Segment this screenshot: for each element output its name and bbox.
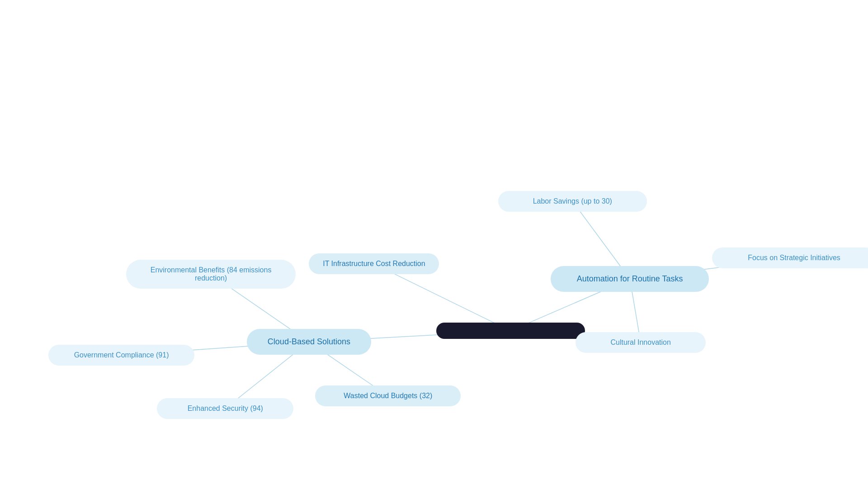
cultural-innovation-node[interactable]: Cultural Innovation: [576, 332, 706, 353]
it-infrastructure-node[interactable]: IT Infrastructure Cost Reduction: [309, 253, 439, 274]
government-compliance-label: Government Compliance (91): [74, 351, 169, 359]
focus-strategic-label: Focus on Strategic Initiatives: [748, 254, 840, 262]
focus-strategic-node[interactable]: Focus on Strategic Initiatives: [712, 247, 868, 268]
government-compliance-node[interactable]: Government Compliance (91): [48, 345, 194, 366]
cloud-based-solutions-node[interactable]: Cloud-Based Solutions: [247, 329, 371, 355]
wasted-cloud-budgets-node[interactable]: Wasted Cloud Budgets (32): [315, 385, 461, 406]
enhanced-security-label: Enhanced Security (94): [188, 404, 263, 413]
cloud-based-solutions-label: Cloud-Based Solutions: [268, 337, 350, 347]
wasted-cloud-budgets-label: Wasted Cloud Budgets (32): [344, 392, 432, 400]
cultural-innovation-label: Cultural Innovation: [610, 338, 670, 347]
environmental-benefits-label: Environmental Benefits (84 emissions red…: [139, 266, 283, 282]
labor-savings-label: Labor Savings (up to 30): [533, 197, 612, 205]
automation-node[interactable]: Automation for Routine Tasks: [551, 266, 709, 292]
environmental-benefits-node[interactable]: Environmental Benefits (84 emissions red…: [126, 260, 296, 289]
labor-savings-node[interactable]: Labor Savings (up to 30): [498, 191, 647, 212]
enhanced-security-node[interactable]: Enhanced Security (94): [157, 398, 293, 419]
automation-label: Automation for Routine Tasks: [577, 274, 683, 284]
it-infrastructure-label: IT Infrastructure Cost Reduction: [323, 260, 425, 268]
center-node[interactable]: [436, 323, 585, 339]
